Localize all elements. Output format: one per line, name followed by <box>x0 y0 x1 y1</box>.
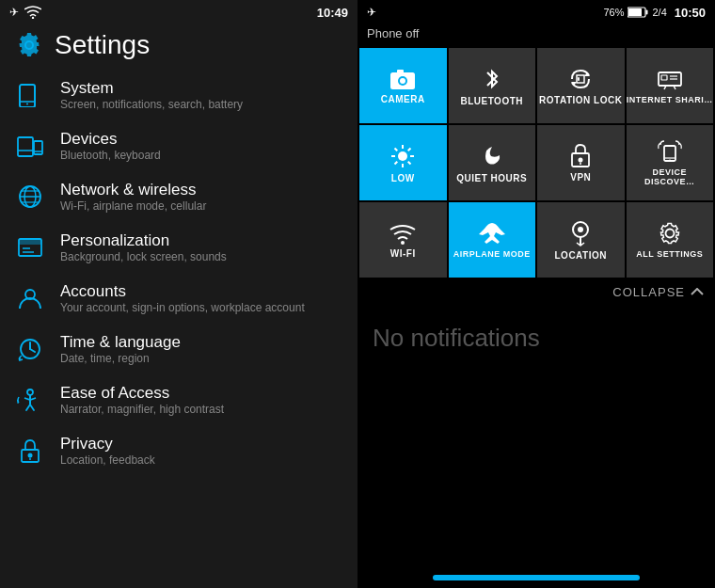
device-discovery-icon <box>657 139 683 164</box>
privacy-text: Privacy Location, feedback <box>60 435 155 467</box>
quick-tile-location[interactable]: LOCATION <box>537 202 625 278</box>
quick-tile-wifi[interactable]: WI-FI <box>359 202 447 278</box>
svg-point-57 <box>578 227 583 232</box>
personalization-text: Personalization Background, lock screen,… <box>60 231 227 263</box>
bluetooth-label: BLUETOOTH <box>460 96 523 106</box>
vpn-label: VPN <box>570 172 591 183</box>
rotation-label: ROTATION LOCK <box>539 95 622 105</box>
location-label: LOCATION <box>555 250 607 261</box>
svg-point-55 <box>401 241 405 245</box>
network-icon <box>15 182 45 212</box>
network-text: Network & wireless Wi-Fi, airplane mode,… <box>60 181 206 213</box>
quick-tile-camera[interactable]: CAMERA <box>359 48 447 123</box>
phone-off-text: Phone off <box>367 26 419 40</box>
airplane-icon: ✈ <box>9 6 19 19</box>
quick-tile-rotation[interactable]: ROTATION LOCK <box>537 48 625 123</box>
airplane-mode-label: AIRPLANE MODE <box>453 249 531 259</box>
rotation-icon <box>567 67 594 91</box>
wifi-signal-icon <box>24 6 41 19</box>
devices-text: Devices Bluetooth, keyboard <box>60 130 161 162</box>
quick-tile-bluetooth[interactable]: BLUETOOTH <box>449 48 536 123</box>
settings-item-time[interactable]: Time & language Date, time, region <box>0 324 358 374</box>
svg-rect-27 <box>646 10 648 15</box>
settings-item-personalization[interactable]: Personalization Background, lock screen,… <box>0 222 358 273</box>
ease-icon <box>15 385 45 415</box>
svg-rect-26 <box>628 8 642 16</box>
quick-tile-internet-sharing[interactable]: INTERNET SHARI… <box>627 48 714 123</box>
quick-tile-low[interactable]: LOW <box>359 125 447 200</box>
system-icon <box>15 80 45 110</box>
internet-sharing-icon <box>657 67 683 91</box>
settings-item-devices[interactable]: Devices Bluetooth, keyboard <box>0 120 358 171</box>
svg-point-23 <box>28 453 33 458</box>
accounts-text: Accounts Your account, sign-in options, … <box>60 282 305 314</box>
svg-line-20 <box>30 349 35 352</box>
quick-tile-all-settings[interactable]: ALL SETTINGS <box>627 202 714 278</box>
quiet-hours-label: QUIET HOURS <box>456 173 527 183</box>
bottom-bar <box>433 575 640 580</box>
left-time: 10:49 <box>317 6 348 20</box>
internet-sharing-label: INTERNET SHARI… <box>627 95 713 104</box>
settings-item-system[interactable]: System Screen, notifications, search, ba… <box>0 70 358 120</box>
notifications-panel: ✈ 76% 2/4 10:50 Phone off <box>358 0 715 588</box>
quick-tile-quiet-hours[interactable]: QUIET HOURS <box>449 125 536 200</box>
svg-point-40 <box>398 151 407 161</box>
settings-item-ease[interactable]: Ease of Access Narrator, magnifier, high… <box>0 374 358 425</box>
airplane-mode-icon <box>479 221 505 246</box>
quiet-hours-icon <box>480 143 504 169</box>
devices-icon <box>15 131 45 161</box>
camera-label: CAMERA <box>381 94 425 104</box>
right-status-right: 76% 2/4 10:50 <box>603 6 706 20</box>
svg-rect-31 <box>397 70 404 73</box>
gear-icon <box>15 31 43 59</box>
vpn-icon <box>567 144 594 168</box>
accounts-icon <box>15 283 45 313</box>
device-discovery-label: DEVICE DISCOVE… <box>627 167 714 186</box>
settings-header: Settings <box>0 24 358 70</box>
low-label: LOW <box>391 173 415 183</box>
right-time: 10:50 <box>675 6 706 20</box>
personalization-icon <box>15 232 45 262</box>
quick-actions-grid: CAMERA BLUETOOTH <box>358 46 715 279</box>
time-text: Time & language Date, time, region <box>60 333 181 365</box>
svg-point-32 <box>409 74 412 77</box>
right-airplane-icon: ✈ <box>367 6 376 19</box>
svg-rect-14 <box>19 239 41 245</box>
svg-rect-37 <box>661 75 667 80</box>
svg-rect-52 <box>664 146 675 161</box>
right-status-bar: ✈ 76% 2/4 10:50 <box>358 0 715 24</box>
settings-item-accounts[interactable]: Accounts Your account, sign-in options, … <box>0 273 358 324</box>
svg-line-47 <box>408 148 411 151</box>
left-status-bar: ✈ 10:49 <box>0 0 358 24</box>
svg-point-58 <box>665 230 674 238</box>
settings-title: Settings <box>55 30 150 60</box>
location-icon <box>570 220 591 246</box>
collapse-text: COLLAPSE <box>612 285 685 299</box>
collapse-bar[interactable]: COLLAPSE <box>358 279 715 305</box>
svg-point-54 <box>669 160 671 162</box>
wifi-label: WI-FI <box>390 248 416 259</box>
svg-line-46 <box>408 161 411 164</box>
quick-tile-device-discovery[interactable]: DEVICE DISCOVE… <box>627 125 714 200</box>
left-status-icons: ✈ <box>9 6 41 19</box>
quick-tile-vpn[interactable]: VPN <box>537 125 625 200</box>
time-icon <box>15 334 45 364</box>
right-sim-info: 2/4 <box>652 7 666 18</box>
phone-off-bar: Phone off <box>358 24 715 46</box>
svg-line-48 <box>395 161 398 164</box>
system-text: System Screen, notifications, search, ba… <box>60 79 243 111</box>
bluetooth-icon <box>484 66 500 92</box>
privacy-icon <box>15 436 45 466</box>
svg-rect-4 <box>18 137 33 156</box>
svg-line-45 <box>395 148 398 151</box>
settings-item-privacy[interactable]: Privacy Location, feedback <box>0 425 358 476</box>
collapse-chevron-icon <box>691 288 704 297</box>
all-settings-icon <box>657 221 683 246</box>
wifi-icon <box>389 222 416 245</box>
svg-rect-6 <box>34 141 42 154</box>
settings-item-network[interactable]: Network & wireless Wi-Fi, airplane mode,… <box>0 171 358 222</box>
camera-icon <box>389 68 416 90</box>
quick-tile-airplane[interactable]: AIRPLANE MODE <box>449 202 536 278</box>
brightness-low-icon <box>389 143 416 169</box>
svg-point-30 <box>400 78 405 84</box>
